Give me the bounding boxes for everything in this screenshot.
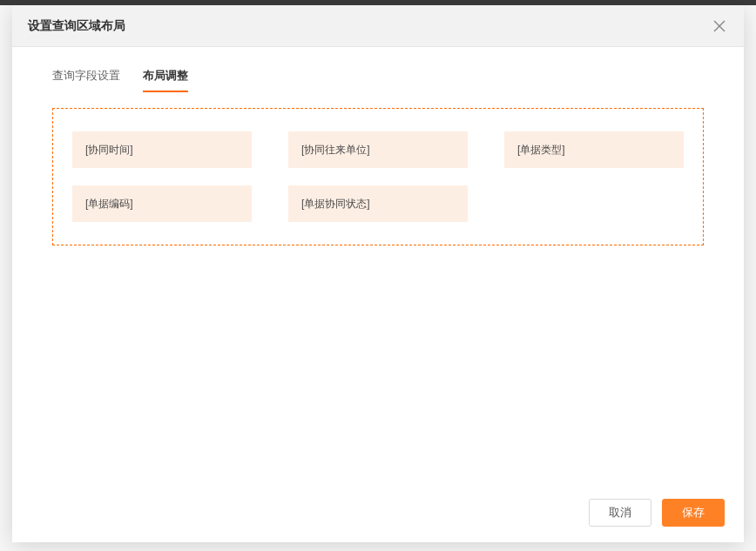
layout-settings-modal: 设置查询区域布局 查询字段设置 布局调整 [协同时间] [协同往来单位] [单据…: [12, 5, 744, 542]
modal-title: 设置查询区域布局: [28, 18, 125, 34]
modal-body: 查询字段设置 布局调整 [协同时间] [协同往来单位] [单据类型] [单据编码…: [12, 47, 744, 486]
tab-layout-adjust[interactable]: 布局调整: [143, 68, 188, 92]
save-button[interactable]: 保存: [662, 499, 725, 527]
field-item-collab-partner[interactable]: [协同往来单位]: [288, 131, 468, 168]
modal-footer: 取消 保存: [12, 486, 744, 542]
close-button[interactable]: [711, 17, 728, 35]
field-item-bill-status[interactable]: [单据协同状态]: [288, 185, 468, 222]
cancel-button[interactable]: 取消: [589, 499, 651, 527]
field-item-bill-type[interactable]: [单据类型]: [504, 131, 684, 168]
tab-query-field-settings[interactable]: 查询字段设置: [52, 68, 120, 92]
close-icon: [713, 20, 726, 32]
tabs: 查询字段设置 布局调整: [52, 68, 704, 92]
modal-header: 设置查询区域布局: [12, 5, 744, 47]
field-item-collab-time[interactable]: [协同时间]: [72, 131, 252, 168]
field-item-bill-code[interactable]: [单据编码]: [72, 185, 252, 222]
layout-dropzone[interactable]: [协同时间] [协同往来单位] [单据类型] [单据编码] [单据协同状态]: [52, 108, 704, 245]
